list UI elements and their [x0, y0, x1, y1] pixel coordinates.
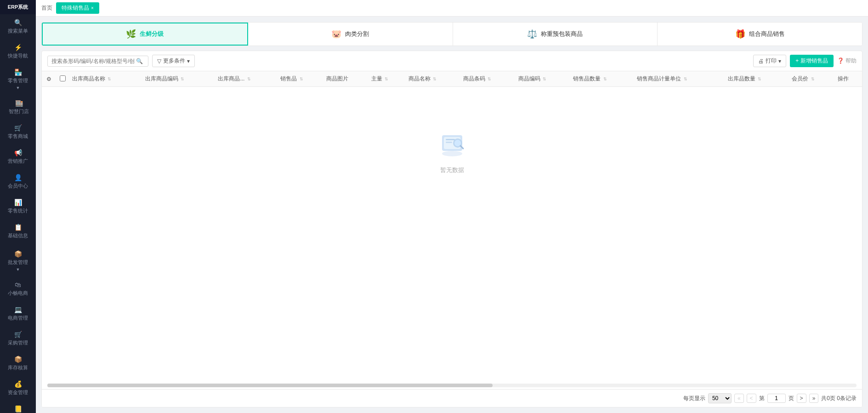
main-area: 首页 特殊销售品 × 🌿 生鲜分级 🐷 肉类分割 ⚖️ 称重预包装商品 🎁 组合…: [36, 0, 868, 413]
th-sale-qty[interactable]: 销售品数量 ⇅: [570, 71, 634, 87]
type-tab-weight-prepack[interactable]: ⚖️ 称重预包装商品: [453, 23, 658, 46]
chevron-down-icon: ▾: [778, 58, 781, 64]
sidebar-item-general-ledger[interactable]: 📒 总账管理: [0, 401, 36, 413]
th-out-qty[interactable]: 出库品数量 ⇅: [725, 71, 789, 87]
sidebar-item-label: 库存核算: [8, 364, 28, 371]
empty-row: 暂无数据: [42, 87, 862, 212]
th-product-code[interactable]: 商品编码 ⇅: [516, 71, 571, 87]
sidebar-item-basic-info[interactable]: 📋 基础信息: [0, 219, 36, 244]
print-button[interactable]: 🖨 打印 ▾: [753, 55, 786, 67]
svg-rect-6: [446, 142, 452, 143]
search-icon: 🔍: [14, 19, 22, 26]
active-tab[interactable]: 特殊销售品 ×: [56, 2, 99, 14]
sort-arrows-icon: ⇅: [433, 77, 437, 81]
finance-mgmt-icon: 💰: [14, 380, 22, 388]
chevron-down-icon: ▾: [187, 58, 190, 64]
th-operation: 操作: [835, 71, 862, 87]
th-out-product-extra[interactable]: 出库商品... ⇅: [215, 71, 278, 87]
app-logo: ERP系统: [0, 0, 36, 14]
empty-text: 暂无数据: [440, 166, 464, 174]
add-button[interactable]: + 新增销售品: [790, 55, 833, 67]
sidebar-item-ecommerce-mgmt[interactable]: 💻 电商管理: [0, 301, 36, 326]
sales-promo-icon: 📢: [14, 149, 22, 156]
fresh-grade-icon: 🌿: [126, 29, 136, 39]
mini-ecommerce-icon: 🛍: [15, 281, 21, 288]
th-checkbox[interactable]: [56, 71, 69, 87]
type-tab-combo-sales[interactable]: 🎁 组合商品销售: [658, 23, 862, 46]
toolbar-right: 🖨 打印 ▾ + 新增销售品 ❓ 帮助: [753, 55, 857, 67]
quick-nav-icon: ⚡: [14, 44, 22, 51]
page-unit-label: 页: [789, 395, 794, 402]
sidebar-item-label: 零售商城: [8, 133, 28, 140]
sidebar-item-smart-store[interactable]: 🏬 智慧门店: [0, 95, 36, 120]
th-gross-weight[interactable]: 主量 ⇅: [369, 71, 405, 87]
sort-arrows-icon: ⇅: [247, 77, 251, 81]
sidebar-item-retail-stats[interactable]: 📊 零售统计: [0, 194, 36, 219]
sidebar-item-label: 采购管理: [8, 339, 28, 346]
filter-button[interactable]: ▽ 更多条件 ▾: [152, 55, 195, 67]
sort-arrows-icon: ⇅: [108, 77, 111, 81]
horizontal-scrollbar[interactable]: [47, 384, 857, 387]
svg-rect-5: [446, 139, 455, 140]
type-tab-fresh-grade[interactable]: 🌿 生鲜分级: [42, 23, 248, 46]
sort-arrows-icon: ⇅: [488, 77, 491, 81]
svg-point-4: [454, 140, 461, 146]
sidebar-item-purchase-mgmt[interactable]: 🛒 采购管理: [0, 326, 36, 351]
weight-prepack-icon: ⚖️: [527, 29, 537, 39]
th-product-image[interactable]: 商品图片: [323, 71, 369, 87]
retail-mgmt-icon: 🏪: [14, 69, 22, 76]
sidebar-item-label: 零售统计: [8, 207, 28, 214]
sidebar-item-finance-mgmt[interactable]: 💰 资金管理: [0, 376, 36, 401]
th-member-price[interactable]: 会员价 ⇅: [789, 71, 835, 87]
chevron-down-icon: ▼: [16, 86, 20, 90]
type-tab-meat-cut[interactable]: 🐷 肉类分割: [248, 23, 453, 46]
first-page-button[interactable]: «: [734, 394, 744, 403]
next-page-button[interactable]: >: [797, 394, 806, 403]
type-tabs: 🌿 生鲜分级 🐷 肉类分割 ⚖️ 称重预包装商品 🎁 组合商品销售: [41, 22, 862, 46]
ecommerce-mgmt-icon: 💻: [14, 306, 22, 313]
th-sale-unit[interactable]: 销售商品计量单位 ⇅: [634, 71, 725, 87]
scrollbar-thumb[interactable]: [47, 384, 493, 387]
sidebar-item-member-center[interactable]: 👤 会员中心: [0, 169, 36, 194]
table-body: 暂无数据: [42, 87, 862, 212]
type-tab-label: 组合商品销售: [749, 30, 785, 38]
filter-icon: ▽: [157, 58, 161, 64]
sidebar-item-inventory[interactable]: 📦 库存核算: [0, 351, 36, 376]
toolbar-left: 🔍 ▽ 更多条件 ▾: [47, 55, 195, 67]
help-button[interactable]: ❓ 帮助: [837, 57, 857, 65]
home-link[interactable]: 首页: [41, 4, 52, 12]
basic-info-icon: 📋: [14, 224, 22, 231]
sidebar-item-retail-mall[interactable]: 🛒 零售商城: [0, 120, 36, 144]
search-input[interactable]: [51, 58, 134, 64]
search-icon: 🔍: [136, 58, 143, 64]
select-all-checkbox[interactable]: [60, 75, 66, 81]
th-out-product-code[interactable]: 出库商品编码 ⇅: [142, 71, 216, 87]
per-page-select[interactable]: 50 10 20 100: [708, 393, 732, 403]
sidebar-item-quick-nav[interactable]: ⚡ 快捷导航: [0, 39, 36, 64]
prev-page-button[interactable]: <: [747, 394, 756, 403]
last-page-button[interactable]: »: [809, 394, 819, 403]
sidebar-item-wholesale-mgmt[interactable]: 📦 批发管理 ▼: [0, 246, 36, 276]
sidebar-item-mini-ecommerce[interactable]: 🛍 小畅电商: [0, 276, 36, 301]
th-out-product-name[interactable]: 出库商品名称 ⇅: [69, 71, 142, 87]
combo-sales-icon: 🎁: [735, 29, 745, 39]
th-sale-product[interactable]: 销售品 ⇅: [278, 71, 323, 87]
sidebar-item-search[interactable]: 🔍 搜索菜单: [0, 14, 36, 39]
empty-state: 暂无数据: [42, 87, 862, 211]
page-number-input[interactable]: [767, 394, 786, 403]
th-product-name[interactable]: 商品名称 ⇅: [406, 71, 461, 87]
general-ledger-icon: 📒: [14, 405, 22, 413]
sort-arrows-icon: ⇅: [758, 77, 761, 81]
retail-mall-icon: 🛒: [14, 124, 22, 132]
th-settings[interactable]: ⚙: [42, 71, 56, 87]
sort-arrows-icon: ⇅: [811, 77, 815, 81]
th-barcode[interactable]: 商品条码 ⇅: [460, 71, 516, 87]
search-box[interactable]: 🔍: [47, 56, 148, 67]
sidebar-item-retail-mgmt[interactable]: 🏪 零售管理 ▼: [0, 64, 36, 95]
tab-close-button[interactable]: ×: [91, 6, 94, 11]
purchase-mgmt-icon: 🛒: [14, 331, 22, 338]
sidebar-item-sales-promo[interactable]: 📢 营销推广: [0, 144, 36, 169]
sort-arrows-icon: ⇅: [603, 77, 607, 81]
sidebar: ERP系统 🔍 搜索菜单 ⚡ 快捷导航 🏪 零售管理 ▼ 🏬 智慧门店 🛒 零售…: [0, 0, 36, 413]
sort-arrows-icon: ⇅: [684, 77, 687, 81]
